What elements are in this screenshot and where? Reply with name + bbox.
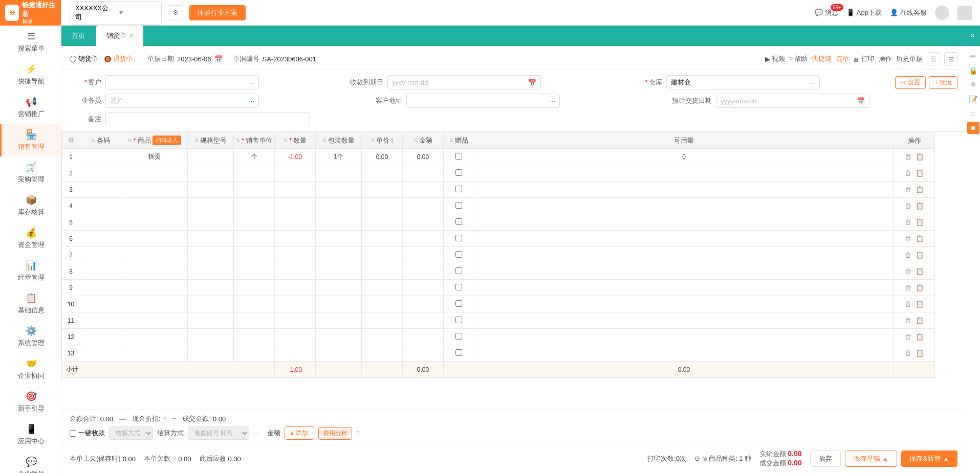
row-spec[interactable] (188, 280, 234, 296)
row-spec[interactable] (188, 182, 234, 198)
row-qty[interactable] (275, 296, 316, 312)
gift-checkbox[interactable] (455, 235, 462, 241)
row-spec[interactable] (188, 312, 234, 329)
row-pack-qty[interactable] (316, 165, 362, 182)
row-qty[interactable] (275, 280, 316, 296)
row-spec[interactable] (188, 247, 234, 263)
row-barcode[interactable] (80, 198, 121, 214)
user-avatar[interactable] (935, 6, 949, 20)
copy-icon[interactable]: 📋 (916, 235, 924, 242)
print-link[interactable]: 🖨 打印 (853, 54, 875, 63)
delete-icon[interactable]: 🗑 (905, 317, 911, 324)
delete-icon[interactable]: 🗑 (905, 267, 911, 275)
view-list-btn[interactable]: ☰ (927, 52, 940, 65)
row-pack-qty[interactable] (316, 198, 362, 214)
discard-btn[interactable]: 放弃 (810, 451, 841, 467)
right-panel-lock-icon[interactable]: 🔒 (967, 64, 979, 77)
row-amount[interactable] (403, 312, 444, 329)
row-product[interactable]: 拆贡 (121, 149, 188, 165)
copy-icon[interactable]: 📋 (916, 349, 924, 357)
gift-checkbox[interactable] (455, 317, 462, 323)
sidebar-item-enterprise[interactable]: 🤝 企业协同 (0, 353, 61, 386)
row-unit[interactable] (234, 345, 275, 362)
sidebar-item-basic[interactable]: 📋 基础信息 (0, 287, 61, 320)
row-product[interactable] (121, 280, 188, 296)
row-barcode[interactable] (80, 296, 121, 312)
row-gift[interactable] (444, 182, 474, 198)
row-product[interactable] (121, 231, 188, 247)
row-gift[interactable] (444, 165, 474, 182)
row-product[interactable] (121, 198, 188, 214)
video-link[interactable]: ▶ 视频 (765, 54, 785, 63)
row-gift[interactable] (444, 231, 474, 247)
sidebar-item-sales[interactable]: 🏪 销售管理 (0, 124, 61, 156)
row-qty[interactable] (275, 312, 316, 329)
select-link[interactable]: 选单 (836, 54, 849, 63)
row-barcode[interactable] (80, 280, 121, 296)
gift-checkbox[interactable] (455, 349, 462, 356)
row-unit-price[interactable] (362, 182, 403, 198)
app-download-btn[interactable]: 📱 App下载 (846, 8, 882, 17)
gift-checkbox[interactable] (455, 333, 462, 340)
right-panel-pencil-icon[interactable]: 📝 (967, 93, 979, 105)
sidebar-item-marketing[interactable]: 📢 营销推广 (0, 91, 61, 124)
row-unit-price[interactable]: 0.00 (362, 149, 403, 165)
one-click-checkbox[interactable] (70, 430, 76, 437)
delete-icon[interactable]: 🗑 (905, 218, 911, 226)
gift-checkbox[interactable] (455, 153, 462, 160)
radio-sales-input[interactable] (70, 56, 76, 62)
copy-icon[interactable]: 📋 (916, 267, 924, 275)
row-qty[interactable] (275, 231, 316, 247)
row-unit[interactable] (234, 247, 275, 263)
row-unit-price[interactable] (362, 280, 403, 296)
sidebar-item-funds[interactable]: 💰 资金管理 (0, 222, 61, 255)
row-unit-price[interactable] (362, 165, 403, 182)
row-amount[interactable] (403, 247, 444, 263)
one-click-payment[interactable]: 一键收款 (70, 429, 105, 438)
sidebar-item-purchase[interactable]: 🛒 采购管理 (0, 156, 61, 189)
row-qty[interactable]: -1.00 (275, 149, 316, 165)
right-panel-edit-icon[interactable]: ✏ (967, 50, 979, 62)
expected-calendar-icon[interactable]: 📅 (857, 97, 865, 105)
delete-icon[interactable]: 🗑 (905, 235, 911, 242)
warehouse-input[interactable]: 建材仓 ··· (666, 75, 820, 89)
row-qty[interactable] (275, 165, 316, 182)
row-product[interactable] (121, 345, 188, 362)
add-btn[interactable]: ● 添加 (285, 426, 314, 440)
remark-input[interactable] (105, 112, 310, 126)
receive-calendar-icon[interactable]: 📅 (528, 79, 536, 86)
row-unit[interactable] (234, 312, 275, 329)
row-product[interactable] (121, 214, 188, 231)
row-spec[interactable] (188, 214, 234, 231)
row-gift[interactable] (444, 345, 474, 362)
row-product[interactable] (121, 312, 188, 329)
trial-btn[interactable]: 体验行业方案 (189, 5, 246, 20)
sidebar-item-operation[interactable]: 📊 经营管理 (0, 255, 61, 287)
sidebar-item-search[interactable]: ☰ 搜索菜单 (0, 26, 61, 58)
delete-icon[interactable]: 🗑 (905, 251, 911, 259)
row-gift[interactable] (444, 329, 474, 345)
row-barcode[interactable] (80, 329, 121, 345)
row-pack-qty[interactable]: 1个 (316, 149, 362, 165)
gift-checkbox[interactable] (455, 267, 462, 274)
copy-icon[interactable]: 📋 (916, 317, 924, 324)
delete-icon[interactable]: 🗑 (905, 202, 911, 210)
sidebar-item-wechat[interactable]: 💬 企业微信 (0, 451, 61, 473)
row-unit-price[interactable] (362, 296, 403, 312)
row-amount[interactable]: 0.00 (403, 149, 444, 165)
row-amount[interactable] (403, 165, 444, 182)
operation-link[interactable]: 操作 (879, 54, 892, 63)
sidebar-item-quick-nav[interactable]: ⚡ 快捷导航 (0, 58, 61, 91)
row-barcode[interactable] (80, 345, 121, 362)
row-barcode[interactable] (80, 165, 121, 182)
row-amount[interactable] (403, 263, 444, 280)
delete-icon[interactable]: 🗑 (905, 153, 911, 161)
company-settings-btn[interactable]: ⚙ (168, 5, 183, 20)
row-amount[interactable] (403, 280, 444, 296)
delete-icon[interactable]: 🗑 (905, 333, 911, 341)
row-amount[interactable] (403, 231, 444, 247)
row-spec[interactable] (188, 329, 234, 345)
row-gift[interactable] (444, 198, 474, 214)
sidebar-item-system[interactable]: ⚙️ 系统管理 (0, 320, 61, 353)
row-unit[interactable] (234, 263, 275, 280)
